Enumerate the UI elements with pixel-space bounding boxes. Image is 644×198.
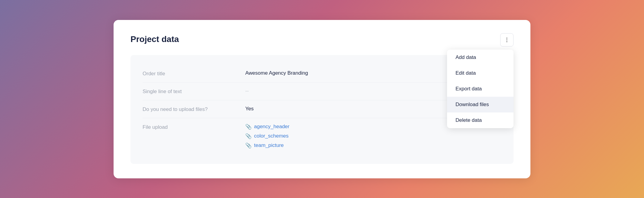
paperclip-icon-0: 📎 <box>245 124 252 130</box>
more-options-button[interactable] <box>500 33 514 47</box>
dropdown-item-download-files[interactable]: Download files <box>447 97 514 112</box>
row-label-order-title: Order title <box>143 70 245 77</box>
file-link-2[interactable]: 📎 team_picture <box>245 142 289 149</box>
dropdown-item-export-data[interactable]: Export data <box>447 81 514 97</box>
file-name-2: team_picture <box>254 142 284 148</box>
row-label-single-line: Single line of text <box>143 88 245 95</box>
dropdown-menu: Add data Edit data Export data Download … <box>447 50 514 128</box>
svg-point-1 <box>507 39 507 40</box>
row-value-single-line: -- <box>245 88 249 94</box>
svg-point-2 <box>507 41 507 42</box>
row-value-order-title: Awesome Agency Branding <box>245 70 308 76</box>
paperclip-icon-2: 📎 <box>245 142 252 149</box>
paperclip-icon-1: 📎 <box>245 133 252 139</box>
three-dots-icon <box>504 37 510 43</box>
dropdown-item-delete-data[interactable]: Delete data <box>447 112 514 128</box>
row-value-upload-files: Yes <box>245 106 254 112</box>
card-title: Project data <box>130 34 514 44</box>
file-link-0[interactable]: 📎 agency_header <box>245 124 289 130</box>
file-list: 📎 agency_header 📎 color_schemes 📎 team_p… <box>245 124 289 149</box>
row-label-upload-files: Do you need to upload files? <box>143 106 245 112</box>
project-data-card: Project data Add data Edit data Export d… <box>114 20 530 178</box>
dropdown-item-add-data[interactable]: Add data <box>447 50 514 65</box>
file-name-1: color_schemes <box>254 133 288 139</box>
file-link-1[interactable]: 📎 color_schemes <box>245 133 289 139</box>
file-name-0: agency_header <box>254 124 289 130</box>
row-label-file-upload: File upload <box>143 124 245 130</box>
svg-point-0 <box>507 37 507 38</box>
dropdown-item-edit-data[interactable]: Edit data <box>447 65 514 81</box>
